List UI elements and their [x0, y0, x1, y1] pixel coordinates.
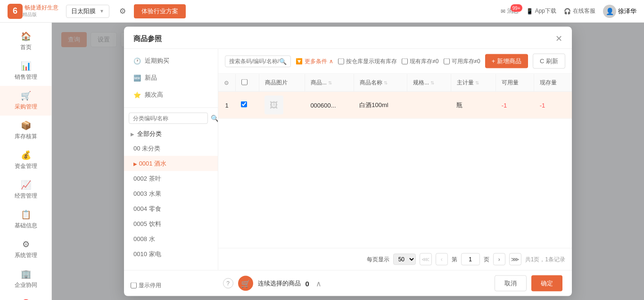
- sidebar-item-inventory[interactable]: 📦 库存核算: [0, 116, 51, 145]
- display-disabled-checkbox[interactable]: [131, 283, 137, 289]
- category-list: ▶ 全部分类 00 未分类 ▶ 0001 酒水 0002 茶叶: [124, 127, 218, 266]
- footer-right: 取消 确定: [495, 275, 562, 292]
- product-search-input[interactable]: [229, 58, 279, 65]
- message-item[interactable]: ✉ 消息 99: [501, 7, 519, 15]
- home-icon: 🏠: [21, 31, 31, 42]
- category-item-alcohol[interactable]: ▶ 0001 酒水: [124, 156, 218, 171]
- category-search-row: 🔍 «: [124, 110, 218, 127]
- refresh-button[interactable]: C 刷新: [533, 54, 565, 69]
- avatar: 👤: [603, 5, 616, 18]
- col-settings-header[interactable]: ⚙: [218, 74, 235, 92]
- available-checkbox[interactable]: [402, 58, 408, 64]
- message-badge: 99: [511, 4, 522, 12]
- product-thumbnail: 🖼: [264, 96, 283, 115]
- filter-button[interactable]: 🔽 更多条件 ∧: [296, 57, 333, 65]
- category-item-tea[interactable]: 0002 茶叶: [124, 171, 218, 186]
- check-usable[interactable]: 可用库存≠0: [444, 57, 480, 65]
- page-size-label: 每页显示: [367, 255, 389, 263]
- quick-item-frequent[interactable]: ⭐ 频次高: [129, 88, 213, 102]
- category-item-appliance[interactable]: 0010 家电: [124, 247, 218, 262]
- row-unit-cell: 瓶: [451, 92, 495, 118]
- message-icon: ✉: [501, 8, 505, 15]
- sidebar-item-purchase[interactable]: 🛒 采购管理: [0, 86, 51, 116]
- category-item-uncategorized[interactable]: 00 未分类: [124, 141, 218, 156]
- footer-collapse-icon[interactable]: ∧: [316, 279, 322, 288]
- cart-button[interactable]: 🛒: [238, 276, 253, 291]
- select-all-checkbox[interactable]: [241, 79, 248, 85]
- app-download-item[interactable]: 📱 App下载: [526, 7, 556, 15]
- row-index: 1: [218, 92, 235, 118]
- help-icon[interactable]: ?: [223, 278, 233, 289]
- quick-item-recent[interactable]: 🕐 近期购买: [129, 54, 213, 68]
- sidebar-item-home[interactable]: 🏠 首页: [0, 26, 51, 56]
- enterprise-icon: 🏢: [21, 269, 31, 279]
- row-name-cell: 白酒100ml: [354, 92, 407, 118]
- sidebar: 🏠 首页 📊 销售管理 🛒 采购管理 📦 库存核算 💰 资金管理 📈 经营管理 …: [0, 23, 52, 300]
- store-selector[interactable]: 日太阳膜 ▼: [66, 5, 109, 18]
- col-spec-header[interactable]: 规格...: [407, 74, 451, 92]
- sales-icon: 📊: [21, 61, 31, 71]
- row-image-cell: 🖼: [259, 92, 305, 118]
- basic-icon: 📋: [21, 209, 31, 220]
- sidebar-item-finance[interactable]: 💰 资金管理: [0, 145, 51, 175]
- prev-page-button[interactable]: ‹: [436, 253, 448, 266]
- sidebar-item-guide[interactable]: 🎯 新手引导: [0, 294, 51, 300]
- row-checkbox-cell: [235, 92, 259, 118]
- category-item-fruit[interactable]: 0003 水果: [124, 186, 218, 201]
- confirm-button[interactable]: 确定: [531, 275, 562, 292]
- filter-arrow-icon: ∧: [329, 58, 333, 65]
- product-table: ⚙ 商品图片 商品... 商品名称 规格... 主计量 可用量 现存量: [218, 74, 572, 119]
- first-page-button[interactable]: ⋘: [420, 253, 432, 266]
- caret-all-icon: ▶: [131, 131, 134, 136]
- dialog-title: 商品参照: [133, 34, 162, 43]
- by-warehouse-checkbox[interactable]: [338, 58, 344, 64]
- settings-icon[interactable]: ⚙: [115, 4, 130, 19]
- row-checkbox[interactable]: [241, 101, 247, 108]
- page-input[interactable]: [461, 253, 480, 266]
- next-page-button[interactable]: ›: [493, 253, 505, 266]
- dialog-close-button[interactable]: ✕: [555, 33, 562, 44]
- mobile-icon: 📱: [526, 8, 533, 15]
- purchase-icon: 🛒: [21, 91, 31, 101]
- last-page-button[interactable]: ⋙: [509, 253, 521, 266]
- logo-icon: 6: [8, 4, 23, 19]
- category-all[interactable]: ▶ 全部分类: [124, 127, 218, 141]
- row-available-cell: -1: [496, 92, 534, 118]
- selected-count-badge: 0: [305, 279, 309, 287]
- sidebar-item-basic[interactable]: 📋 基础信息: [0, 205, 51, 234]
- cancel-button[interactable]: 取消: [495, 275, 527, 292]
- display-disabled-check[interactable]: 显示停用: [131, 282, 161, 290]
- user-area[interactable]: 👤 徐泽华: [603, 5, 636, 18]
- product-search-bar: 🔍: [225, 55, 291, 67]
- dialog-header: 商品参照 ✕: [124, 27, 572, 49]
- right-panel: 🔍 🔽 更多条件 ∧ 按仓库显示现有库存: [218, 49, 572, 270]
- col-unit-header[interactable]: 主计量: [451, 74, 495, 92]
- category-item-water[interactable]: 0008 水: [124, 232, 218, 247]
- sidebar-item-operation[interactable]: 📈 经营管理: [0, 175, 51, 205]
- col-name-header[interactable]: 商品名称: [354, 74, 407, 92]
- page-size-select[interactable]: 50: [393, 254, 416, 265]
- col-available-header: 可用量: [496, 74, 534, 92]
- online-service-item[interactable]: 🎧 在线客服: [564, 7, 595, 15]
- category-search-input[interactable]: [129, 113, 208, 124]
- check-by-warehouse[interactable]: 按仓库显示现有库存: [338, 57, 397, 65]
- check-available[interactable]: 现有库存≠0: [402, 57, 438, 65]
- sidebar-item-sales[interactable]: 📊 销售管理: [0, 56, 51, 86]
- add-product-button[interactable]: + 新增商品: [485, 54, 528, 68]
- recent-icon: 🕐: [133, 57, 141, 64]
- product-reference-dialog: 商品参照 ✕ 🕐 近期购买 🆕 新品: [124, 27, 572, 296]
- col-code-header[interactable]: 商品...: [305, 74, 354, 92]
- sidebar-item-system[interactable]: ⚙ 系统管理: [0, 234, 51, 264]
- category-search-icon[interactable]: 🔍: [211, 115, 218, 122]
- system-icon: ⚙: [22, 239, 30, 250]
- table-row[interactable]: 1 🖼 000600... 白酒100ml 瓶 -1: [218, 92, 572, 118]
- quick-item-new[interactable]: 🆕 新品: [129, 71, 213, 85]
- row-spec-cell: [407, 92, 451, 118]
- usable-checkbox[interactable]: [444, 58, 450, 64]
- category-item-beverage[interactable]: 0005 饮料: [124, 217, 218, 232]
- sidebar-item-enterprise[interactable]: 🏢 企业协同: [0, 264, 51, 294]
- toolbar: 🔍 🔽 更多条件 ∧ 按仓库显示现有库存: [218, 49, 572, 74]
- category-item-snack[interactable]: 0004 零食: [124, 201, 218, 217]
- experience-button[interactable]: 体验行业方案: [134, 4, 186, 18]
- nav-right: ✉ 消息 99 📱 App下载 🎧 在线客服 👤 徐泽华: [501, 5, 636, 18]
